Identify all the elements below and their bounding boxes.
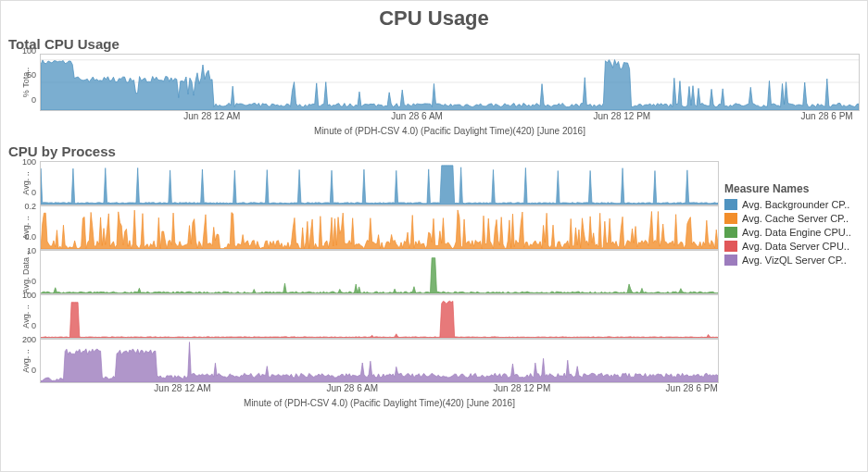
- x-tick: Jun 28 6 PM: [801, 111, 853, 121]
- legend: Measure Names Avg. Backgrounder CP..Avg.…: [724, 182, 862, 268]
- legend-label: Avg. Backgrounder CP..: [742, 199, 849, 210]
- y-tick: 100: [22, 291, 36, 300]
- y-tick: 0: [31, 188, 36, 197]
- total-chart-area: % Tota.. 0 50 100: [40, 54, 860, 111]
- total-y-ticks: 0 50 100: [14, 54, 38, 111]
- x-tick: Jun 28 12 PM: [494, 383, 551, 393]
- y-tick: 0: [31, 277, 36, 286]
- y-tick: 0.2: [24, 202, 36, 211]
- legend-label: Avg. Data Engine CPU..: [742, 227, 851, 238]
- process-chart-row[interactable]: [40, 161, 719, 205]
- x-tick: Jun 28 12 AM: [154, 383, 210, 393]
- process-y-ticks: 0100: [14, 161, 38, 205]
- total-chart[interactable]: [40, 54, 860, 111]
- process-chart-area: Avg. ..0100Avg. ..0.00.2Avg. Data ..010A…: [40, 161, 719, 383]
- y-tick: 0: [31, 366, 36, 375]
- process-chart-row[interactable]: [40, 205, 719, 250]
- y-tick: 10: [27, 246, 36, 255]
- process-chart-row[interactable]: [40, 250, 719, 294]
- y-tick: 200: [22, 335, 36, 344]
- legend-swatch: [724, 255, 737, 266]
- y-tick: 0: [31, 321, 36, 330]
- legend-label: Avg. Data Server CPU..: [742, 241, 849, 252]
- x-tick: Jun 28 6 AM: [391, 111, 443, 121]
- total-x-title: Minute of (PDH-CSV 4.0) (Pacific Dayligh…: [40, 124, 860, 142]
- y-tick: 0.0: [24, 232, 36, 242]
- y-tick: 100: [22, 157, 36, 167]
- x-tick: Jun 28 12 AM: [183, 111, 240, 121]
- legend-swatch: [724, 199, 737, 210]
- process-plot: [41, 340, 718, 382]
- page-title: CPU Usage: [1, 1, 867, 34]
- legend-item[interactable]: Avg. Data Engine CPU..: [724, 227, 862, 238]
- x-tick: Jun 28 6 PM: [666, 383, 718, 393]
- process-chart-row[interactable]: [40, 294, 719, 339]
- legend-label: Avg. Cache Server CP..: [742, 213, 849, 224]
- legend-title: Measure Names: [724, 182, 862, 195]
- process-y-ticks: 010: [14, 250, 38, 294]
- legend-swatch: [724, 227, 737, 238]
- total-plot: [41, 55, 859, 110]
- x-tick: Jun 28 12 PM: [593, 111, 650, 121]
- legend-swatch: [724, 213, 737, 224]
- legend-item[interactable]: Avg. VizQL Server CP..: [724, 255, 862, 266]
- legend-swatch: [724, 241, 737, 252]
- y-tick: 100: [22, 46, 36, 56]
- process-plot: [41, 162, 718, 205]
- legend-label: Avg. VizQL Server CP..: [742, 255, 847, 266]
- legend-item[interactable]: Avg. Cache Server CP..: [724, 213, 862, 224]
- process-y-ticks: 0.00.2: [14, 205, 38, 250]
- y-tick: 0: [31, 95, 36, 105]
- process-x-axis: Jun 28 12 AM Jun 28 6 AM Jun 28 12 PM Ju…: [40, 383, 719, 396]
- process-x-title: Minute of (PDH-CSV 4.0) (Pacific Dayligh…: [40, 396, 719, 414]
- legend-item[interactable]: Avg. Backgrounder CP..: [724, 199, 862, 210]
- process-chart-row[interactable]: [40, 339, 719, 383]
- legend-item[interactable]: Avg. Data Server CPU..: [724, 241, 862, 252]
- y-tick: 50: [27, 70, 36, 80]
- process-plot: [41, 206, 718, 249]
- section-total-title: Total CPU Usage: [1, 34, 867, 54]
- section-process-title: CPU by Process: [1, 142, 867, 161]
- process-y-ticks: 0200: [14, 339, 38, 383]
- process-plot: [41, 295, 718, 338]
- total-x-axis: Jun 28 12 AM Jun 28 6 AM Jun 28 12 PM Ju…: [40, 111, 860, 124]
- process-y-ticks: 0100: [14, 294, 38, 339]
- process-plot: [41, 251, 718, 293]
- x-tick: Jun 28 6 AM: [326, 383, 378, 393]
